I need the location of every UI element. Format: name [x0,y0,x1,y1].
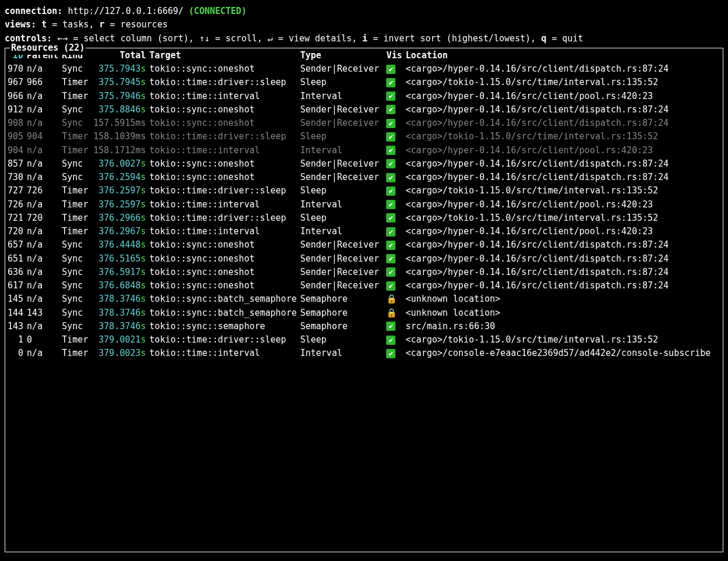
check-icon: ✔ [386,349,395,358]
cell-kind: Timer [62,226,88,237]
table-row[interactable]: 144143Sync378.3746stokio::sync::batch_se… [8,306,714,320]
cell-target: tokio::sync::oneshot [150,158,255,169]
table-row[interactable]: 617n/aSync376.6848stokio::sync::oneshotS… [8,279,714,292]
cell-total-wrap: 378.3746s [93,306,149,320]
cell-total-unit: s [141,91,146,101]
cell-kind-wrap: Timer [62,130,93,143]
connection-url: http://127.0.0.1:6669/ [68,6,183,16]
cell-kind: Timer [62,334,88,345]
cell-parent-wrap: n/a [27,320,62,333]
cell-id: 143 [8,321,23,331]
cell-parent: 726 [27,185,43,196]
cell-parent-wrap: n/a [27,292,62,306]
cell-location-wrap: <cargo>/tokio-1.15.0/src/time/interval.r… [406,184,715,197]
table-row[interactable]: 967966Timer375.7945stokio::time::driver:… [8,76,714,89]
check-icon: ✔ [386,105,395,114]
col-header-vis[interactable]: Vis [386,49,405,62]
cell-id: 720 [8,226,23,237]
cell-id-wrap: 912 [8,103,27,117]
cell-total: 378.3746 [98,321,140,331]
cell-id: 651 [8,253,23,264]
table-row[interactable]: 857n/aSync376.0027stokio::sync::oneshotS… [8,157,714,171]
cell-target-wrap: tokio::time::interval [150,225,301,238]
table-row[interactable]: 0n/aTimer379.0023stokio::time::intervalI… [8,347,714,360]
table-row[interactable]: 145n/aSync378.3746stokio::sync::batch_se… [8,292,714,306]
table-row[interactable]: 912n/aSync375.8846stokio::sync::oneshotS… [8,103,714,117]
cell-id-wrap: 617 [8,279,27,292]
cell-parent-wrap: n/a [27,347,62,360]
cell-target: tokio::time::interval [150,145,260,156]
table-row[interactable]: 657n/aSync376.4448stokio::sync::oneshotS… [8,238,714,252]
table-row[interactable]: 636n/aSync376.5917stokio::sync::oneshotS… [8,266,714,279]
cell-parent: 904 [27,131,43,142]
cell-target: tokio::sync::oneshot [150,118,255,128]
cell-location-wrap: <cargo>/hyper-0.14.16/src/client/dispatc… [406,157,715,171]
col-header-total[interactable]: Total [93,49,149,62]
cell-kind-wrap: Sync [62,103,93,117]
cell-total-unit: s [141,226,146,237]
table-header-row[interactable]: ID Parent Kind Total Target Type Vis Loc… [8,49,714,62]
table-row[interactable]: 721720Timer376.2966stokio::time::driver:… [8,211,714,225]
cell-kind-wrap: Sync [62,306,93,320]
cell-parent-wrap: n/a [27,238,62,252]
table-row[interactable]: 730n/aSync376.2594stokio::sync::oneshotS… [8,171,714,184]
cell-target: tokio::sync::oneshot [150,280,255,291]
table-row[interactable]: 908n/aSync157.5915mstokio::sync::oneshot… [8,117,714,130]
cell-id-wrap: 970 [8,62,27,76]
cell-location-wrap: <cargo>/hyper-0.14.16/src/client/dispatc… [406,279,715,292]
cell-total-wrap: 376.4448s [93,238,149,252]
cell-target: tokio::time::driver::sleep [150,213,287,223]
cell-target: tokio::sync::batch_semaphore [150,294,297,304]
table-row[interactable]: 651n/aSync376.5165stokio::sync::oneshotS… [8,252,714,266]
check-icon: ✔ [386,267,395,277]
cell-target-wrap: tokio::sync::semaphore [150,320,301,333]
table-row[interactable]: 905904Timer158.1039mstokio::time::driver… [8,130,714,143]
cell-target-wrap: tokio::sync::oneshot [150,157,301,171]
table-row[interactable]: 966n/aTimer375.7946stokio::time::interva… [8,90,714,103]
cell-type-wrap: Interval [300,144,386,157]
cell-type: Interval [300,145,342,156]
col-header-type[interactable]: Type [300,49,386,62]
cell-id-wrap: 966 [8,90,27,103]
col-header-target[interactable]: Target [150,49,301,62]
table-row[interactable]: 143n/aSync378.3746stokio::sync::semaphor… [8,320,714,333]
cell-location-wrap: <cargo>/hyper-0.14.16/src/client/dispatc… [406,117,715,130]
cell-parent-wrap: 143 [27,306,62,320]
table-row[interactable]: 726n/aTimer376.2597stokio::time::interva… [8,198,714,211]
check-icon: ✔ [386,281,395,291]
table-row[interactable]: 720n/aTimer376.2967stokio::time::interva… [8,225,714,238]
cell-kind: Sync [62,308,83,318]
cell-total-unit: s [141,253,146,264]
cell-location: <unknown location> [406,308,501,318]
cell-parent-wrap: 720 [27,211,62,225]
cell-kind-wrap: Sync [62,266,93,279]
cell-id: 730 [8,172,23,182]
cell-type-wrap: Semaphore [300,306,386,320]
cell-vis-wrap: ✔ [386,117,405,130]
cell-vis-wrap: ✔ [386,103,405,117]
cell-total-wrap: 376.5165s [93,252,149,266]
cell-total: 375.7946 [98,91,140,101]
cell-id-wrap: 636 [8,266,27,279]
cell-location-wrap: <cargo>/hyper-0.14.16/src/client/dispatc… [406,266,715,279]
cell-id: 905 [8,131,23,142]
table-row[interactable]: 10Timer379.0021stokio::time::driver::sle… [8,333,714,347]
col-header-location[interactable]: Location [406,49,715,62]
cell-total-wrap: 376.2966s [93,211,149,225]
cell-type: Sleep [300,213,326,223]
table-row[interactable]: 727726Timer376.2597stokio::time::driver:… [8,184,714,197]
controls-i-key: i [362,33,367,44]
cell-id-wrap: 657 [8,238,27,252]
cell-target: tokio::sync::oneshot [150,104,255,115]
cell-vis-wrap: ✔ [386,62,405,76]
cell-target-wrap: tokio::sync::oneshot [150,171,301,184]
cell-total-wrap: 375.7945s [93,76,149,89]
cell-vis-wrap: ✔ [386,90,405,103]
cell-location: <cargo>/hyper-0.14.16/src/client/dispatc… [406,267,669,277]
table-row[interactable]: 970n/aSync375.7943stokio::sync::oneshotS… [8,62,714,76]
cell-type-wrap: Semaphore [300,292,386,306]
table-row[interactable]: 904n/aTimer158.1712mstokio::time::interv… [8,144,714,157]
cell-kind: Timer [62,91,88,101]
cell-total-unit: s [141,185,146,196]
cell-total-wrap: 376.2597s [93,198,149,211]
